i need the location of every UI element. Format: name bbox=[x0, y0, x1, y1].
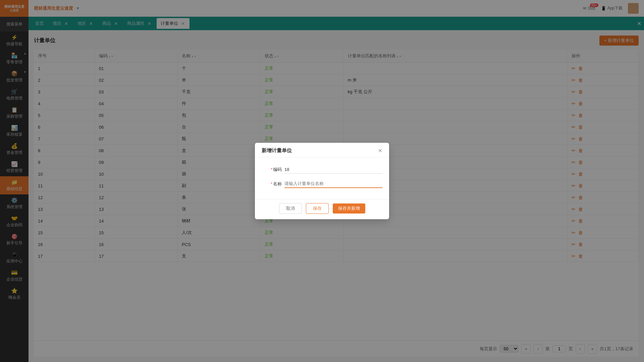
name-input[interactable] bbox=[284, 180, 382, 188]
modal-header: 新增计量单位 ✕ bbox=[255, 143, 389, 158]
modal-overlay: 新增计量单位 ✕ *编码 *名称 取消 保存 保存并新增 bbox=[0, 0, 644, 362]
cancel-button[interactable]: 取消 bbox=[279, 203, 302, 214]
add-unit-modal: 新增计量单位 ✕ *编码 *名称 取消 保存 保存并新增 bbox=[255, 143, 389, 219]
name-required-mark: * bbox=[271, 181, 272, 186]
modal-body: *编码 *名称 bbox=[255, 158, 389, 199]
modal-close-button[interactable]: ✕ bbox=[378, 147, 382, 154]
code-label: *编码 bbox=[262, 167, 282, 173]
code-required-mark: * bbox=[271, 167, 272, 172]
form-row-name: *名称 bbox=[262, 180, 382, 188]
form-row-code: *编码 bbox=[262, 166, 382, 174]
code-input[interactable] bbox=[284, 166, 382, 174]
modal-footer: 取消 保存 保存并新增 bbox=[255, 199, 389, 219]
modal-title: 新增计量单位 bbox=[262, 147, 292, 154]
name-label: *名称 bbox=[262, 181, 282, 187]
save-button[interactable]: 保存 bbox=[306, 203, 329, 214]
save-and-new-button[interactable]: 保存并新增 bbox=[333, 203, 365, 214]
